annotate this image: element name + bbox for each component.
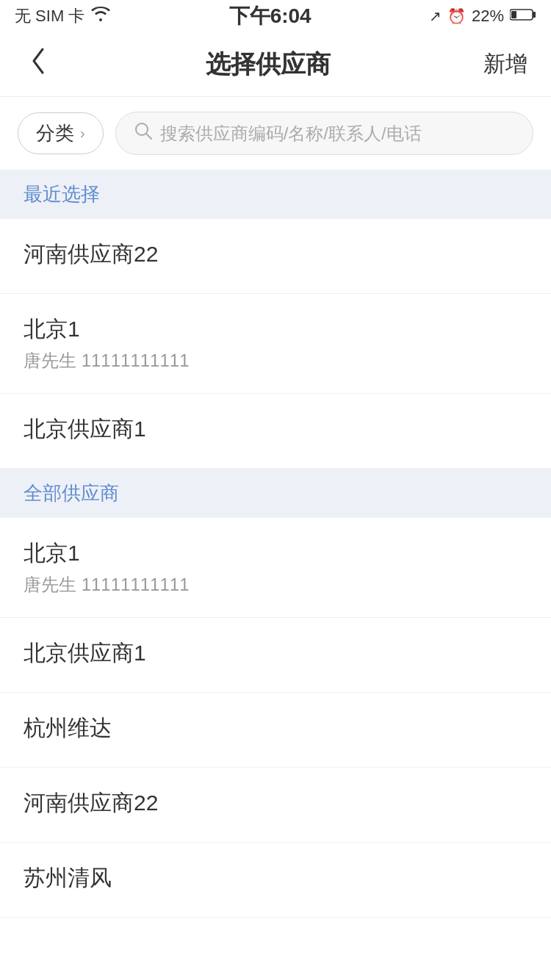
item-sub: 唐先生 11111111111 — [24, 349, 527, 372]
item-name: 北京1 — [24, 314, 527, 345]
all-section-header: 全部供应商 — [0, 469, 551, 518]
item-name: 北京供应商1 — [24, 414, 527, 444]
status-time: 下午6:04 — [229, 2, 311, 30]
item-name: 苏州清风 — [24, 863, 527, 893]
no-sim-label: 无 SIM 卡 — [15, 5, 84, 27]
list-item[interactable]: 北京1 唐先生 11111111111 — [0, 294, 551, 394]
status-bar: 无 SIM 卡 下午6:04 ↗ ⏰ 22% — [0, 0, 551, 32]
back-button[interactable] — [24, 40, 53, 88]
all-section-label: 全部供应商 — [24, 482, 119, 504]
nav-bar: 选择供应商 新增 — [0, 32, 551, 97]
list-item[interactable]: 北京1 唐先生 11111111111 — [0, 518, 551, 618]
recent-section-header: 最近选择 — [0, 170, 551, 219]
location-icon: ↗ — [429, 7, 442, 25]
list-item[interactable]: 河南供应商22 — [0, 219, 551, 294]
battery-label: 22% — [472, 7, 504, 26]
item-name: 北京1 — [24, 538, 527, 569]
status-left: 无 SIM 卡 — [15, 5, 111, 27]
recent-items-list: 河南供应商22 北京1 唐先生 11111111111 北京供应商1 — [0, 219, 551, 469]
chevron-right-icon: › — [80, 125, 85, 142]
svg-rect-1 — [533, 12, 536, 18]
item-name: 北京供应商1 — [24, 638, 527, 669]
filter-bar: 分类 › 搜索供应商编码/名称/联系人/电话 — [0, 97, 551, 170]
search-input-container[interactable]: 搜索供应商编码/名称/联系人/电话 — [115, 112, 533, 155]
item-name: 河南供应商22 — [24, 788, 527, 818]
item-sub: 唐先生 11111111111 — [24, 573, 527, 597]
category-button[interactable]: 分类 › — [18, 112, 104, 154]
search-placeholder-text: 搜索供应商编码/名称/联系人/电话 — [160, 122, 422, 145]
battery-icon — [510, 7, 536, 26]
item-name: 杭州维达 — [24, 713, 527, 743]
list-item[interactable]: 北京供应商1 — [0, 618, 551, 693]
add-button[interactable]: 新增 — [483, 49, 527, 79]
list-item[interactable]: 北京供应商1 — [0, 394, 551, 469]
search-icon — [134, 121, 153, 145]
list-item[interactable]: 苏州清风 — [0, 843, 551, 918]
recent-section-label: 最近选择 — [24, 183, 100, 205]
wifi-icon — [90, 7, 111, 26]
item-name: 河南供应商22 — [24, 239, 527, 270]
status-right: ↗ ⏰ 22% — [429, 7, 536, 26]
category-label: 分类 — [36, 120, 74, 146]
svg-rect-2 — [511, 11, 516, 18]
list-item[interactable]: 河南供应商22 — [0, 768, 551, 843]
all-items-list: 北京1 唐先生 11111111111 北京供应商1 杭州维达 河南供应商22 … — [0, 518, 551, 918]
alarm-icon: ⏰ — [447, 7, 466, 25]
page-title: 选择供应商 — [206, 48, 331, 82]
list-item[interactable]: 杭州维达 — [0, 693, 551, 768]
